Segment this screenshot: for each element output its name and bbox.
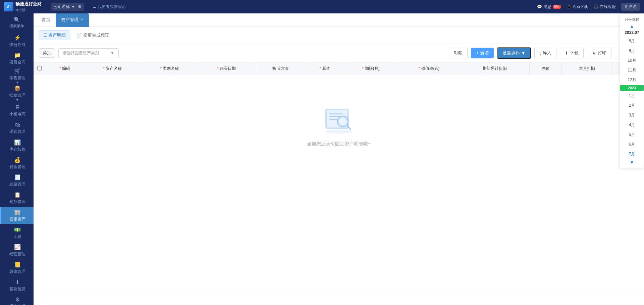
sidebar-item-project[interactable]: 📁 项目合同 xyxy=(0,50,34,67)
month-item-10[interactable]: 10月 xyxy=(620,56,644,65)
top-bar: Ai 畅捷通好业财 专业版 公司名称 ▼ ⚙ ☁ 我要看实例演示 💬 消息 99… xyxy=(0,0,644,13)
sub-tab-asset-detail[interactable]: ☰ 资产明细 xyxy=(39,30,70,40)
message-label: 消息 xyxy=(543,4,551,10)
th-net-value: 净值 xyxy=(530,62,561,75)
headset-icon: 🎧 xyxy=(593,4,598,9)
app-download-button[interactable]: 📱 App下载 xyxy=(567,4,588,10)
month-item-8[interactable]: 8月 xyxy=(620,36,644,46)
nav-tabs-bar: 首页 资产管理 ✕ xyxy=(34,13,644,27)
customer-service-button[interactable]: 🎧 在线客服 xyxy=(593,4,616,10)
import-button[interactable]: ↓ 导入 xyxy=(534,48,557,58)
print-icon: 🖨 xyxy=(592,51,596,56)
tab-home-label: 首页 xyxy=(42,17,50,23)
sidebar-item-wholesale[interactable]: 📦 批发管理 ▼ xyxy=(0,85,34,102)
retail-icon: 🛒 xyxy=(14,68,21,74)
toolbar-right: 对账 + 新增 批量操作 ▼ ↓ 导入 ⬇ 下载 xyxy=(449,47,639,59)
quick-nav-icon: ⚡ xyxy=(14,35,21,41)
month-nav-up[interactable]: ▲ xyxy=(629,23,635,30)
sidebar-item-salary[interactable]: 💵 工资 xyxy=(0,224,34,242)
month-item-2[interactable]: 2月 xyxy=(620,101,644,110)
sidebar-inventory-label: 库存核算 xyxy=(9,147,25,152)
sidebar-item-system[interactable]: ⚙ 系统管理 xyxy=(0,294,34,305)
brand: Ai 畅捷通好业财 专业版 xyxy=(4,1,42,12)
category-filter-select[interactable]: 请选择固定资产类别 ▼ xyxy=(58,48,119,58)
sidebar-item-invoice[interactable]: 🧾 发票管理 xyxy=(0,172,34,189)
month-item-7[interactable]: 7月 xyxy=(620,149,644,159)
table-header-row: 编码 资产名称 类别名称 购买日期 折旧方法 原值 期限(月) 残值率(%) 期… xyxy=(34,62,644,75)
sidebar-general-ledger-label: 总账管理 xyxy=(9,269,25,274)
month-item-5[interactable]: 5月 xyxy=(620,130,644,140)
table-container: 编码 资产名称 类别名称 购买日期 折旧方法 原值 期限(月) 残值率(%) 期… xyxy=(34,62,644,293)
month-item-9[interactable]: 9月 xyxy=(620,46,644,56)
th-category: 类别名称 xyxy=(141,62,198,75)
month-item-3[interactable]: 3月 xyxy=(620,110,644,120)
sidebar-item-purchase[interactable]: 🛍 采购管理 xyxy=(0,119,34,137)
wholesale-icon: 📦 xyxy=(14,85,21,92)
message-badge: 99+ xyxy=(553,5,561,9)
print-button[interactable]: 🖨 打印 xyxy=(587,48,611,58)
empty-text: 当前您还没有固定资产明细哦~ xyxy=(307,141,371,147)
chevron-down-icon2: ▼ xyxy=(16,98,19,102)
download-button[interactable]: ⬇ 下载 xyxy=(560,48,584,58)
general-ledger-icon: 📒 xyxy=(14,261,21,268)
content-area: 首页 资产管理 ✕ ☰ 资产明细 📄 变更生成凭证 xyxy=(34,13,644,305)
search-menu[interactable]: 🔍 搜索菜单 xyxy=(0,13,34,32)
customer-service-label: 在线客服 xyxy=(600,4,616,10)
tab-home[interactable]: 首页 xyxy=(36,13,56,27)
tab-asset-mgmt[interactable]: 资产管理 ✕ xyxy=(56,13,89,27)
sidebar-project-label: 项目合同 xyxy=(9,59,25,65)
month-selector-panel: 月份选择 ▲ 2022.07 8月 9月 10月 11月 12月 2023 1月… xyxy=(620,13,644,168)
sidebar-item-basic-info[interactable]: ℹ 基础信息 xyxy=(0,276,34,294)
sidebar-item-inventory[interactable]: 📊 库存核算 xyxy=(0,137,34,154)
sidebar-item-retail[interactable]: 🛒 零售管理 ▼ xyxy=(0,67,34,85)
batch-ops-button[interactable]: 批量操作 ▼ xyxy=(497,47,531,59)
month-nav-down[interactable]: ▼ xyxy=(629,159,635,166)
month-item-12[interactable]: 12月 xyxy=(620,75,644,85)
tab-close-icon[interactable]: ✕ xyxy=(80,17,84,22)
import-icon: ↓ xyxy=(539,51,542,56)
sidebar-item-quick-nav[interactable]: ⚡ 快捷导航 xyxy=(0,32,34,50)
cloud-icon: ☁ xyxy=(92,4,96,9)
dropdown-icon: ▼ xyxy=(71,4,75,9)
sidebar-ecommerce-label: 小畅电商 xyxy=(9,111,25,117)
month-panel-year: 2022.07 xyxy=(625,30,639,36)
th-accumulated-dep: 期初累计折旧 xyxy=(460,62,530,75)
sidebar-item-tax[interactable]: 📋 税务管理 xyxy=(0,189,34,207)
svg-point-7 xyxy=(339,118,346,125)
settings-icon[interactable]: ⚙ xyxy=(78,4,82,9)
sidebar-system-label: 系统管理 xyxy=(9,304,25,305)
invoice-icon: 🧾 xyxy=(14,174,21,181)
sidebar-tax-label: 税务管理 xyxy=(9,199,25,205)
download-label: 下载 xyxy=(570,50,579,56)
company-selector[interactable]: 公司名称 ▼ ⚙ xyxy=(51,3,84,11)
category-filter-label[interactable]: 类别 xyxy=(39,48,55,58)
select-all-checkbox[interactable] xyxy=(37,66,42,70)
svg-rect-3 xyxy=(329,113,343,114)
message-button[interactable]: 💬 消息 99+ xyxy=(537,4,561,10)
doc-icon: 📄 xyxy=(77,33,82,38)
month-item-1[interactable]: 1月 xyxy=(620,91,644,101)
sidebar-item-fixed-asset[interactable]: 🏢 固定资产 xyxy=(0,207,34,224)
import-label: 导入 xyxy=(543,50,551,56)
month-item-6[interactable]: 6月 xyxy=(620,140,644,149)
system-icon: ⚙ xyxy=(15,296,20,303)
reconcile-button[interactable]: 对账 xyxy=(449,48,468,58)
month-item-11[interactable]: 11月 xyxy=(620,65,644,75)
sidebar-item-ecommerce[interactable]: 🖥 小畅电商 xyxy=(0,102,34,119)
user-avatar[interactable]: 用户名 xyxy=(621,3,640,11)
sidebar-operations-label: 经营管理 xyxy=(9,251,25,257)
sidebar-item-operations[interactable]: 📈 经营管理 xyxy=(0,242,34,259)
sidebar-invoice-label: 发票管理 xyxy=(9,182,25,187)
th-monthly-dep: 本月折旧 xyxy=(561,62,612,75)
empty-state: 当前您还没有固定资产明细哦~ xyxy=(34,75,644,174)
mobile-icon: 📱 xyxy=(567,4,572,9)
demo-link[interactable]: ☁ 我要看实例演示 xyxy=(92,4,126,10)
sidebar-item-finance[interactable]: 💰 资金管理 xyxy=(0,154,34,172)
month-item-4[interactable]: 4月 xyxy=(620,120,644,130)
sub-tab-change-voucher[interactable]: 📄 变更生成凭证 xyxy=(73,31,113,40)
add-new-button[interactable]: + 新增 xyxy=(471,48,493,58)
sidebar-finance-label: 资金管理 xyxy=(9,164,25,170)
basic-info-icon: ℹ xyxy=(16,279,18,285)
sidebar-item-general-ledger[interactable]: 📒 总账管理 xyxy=(0,259,34,276)
category-placeholder: 请选择固定资产类别 xyxy=(63,50,99,56)
